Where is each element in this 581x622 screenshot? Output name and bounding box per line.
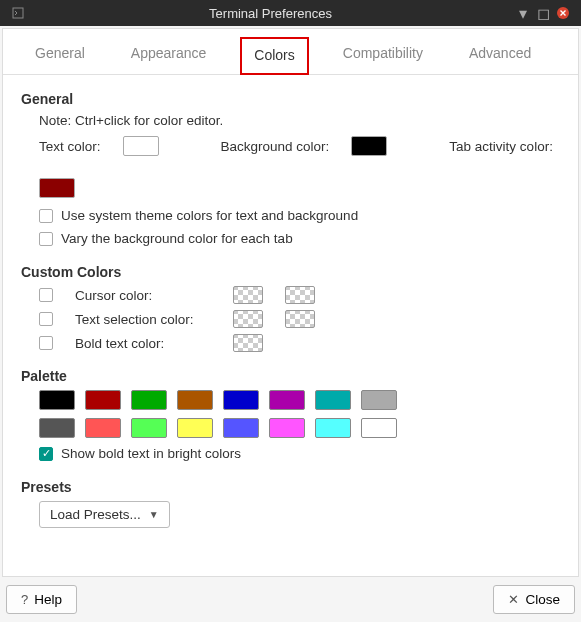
selection-color-bg-swatch[interactable] bbox=[285, 310, 315, 328]
palette-color-0-2[interactable] bbox=[131, 390, 167, 410]
tab-activity-color-label: Tab activity color: bbox=[449, 139, 553, 154]
palette-color-1-2[interactable] bbox=[131, 418, 167, 438]
load-presets-dropdown[interactable]: Load Presets... ▼ bbox=[39, 501, 170, 528]
app-icon bbox=[11, 6, 25, 20]
section-presets: Presets bbox=[21, 479, 560, 495]
palette-color-0-3[interactable] bbox=[177, 390, 213, 410]
close-x-icon: ✕ bbox=[508, 592, 519, 607]
palette-row-2 bbox=[39, 418, 560, 438]
vary-background-checkbox[interactable] bbox=[39, 232, 53, 246]
selection-color-row: Text selection color: bbox=[39, 310, 560, 328]
background-color-swatch[interactable] bbox=[351, 136, 387, 156]
section-custom-colors: Custom Colors bbox=[21, 264, 560, 280]
maximize-icon[interactable]: ◻ bbox=[536, 6, 550, 20]
text-color-swatch[interactable] bbox=[123, 136, 159, 156]
selection-color-checkbox[interactable] bbox=[39, 312, 53, 326]
palette-color-1-7[interactable] bbox=[361, 418, 397, 438]
color-controls-row: Text color: Background color: Tab activi… bbox=[39, 136, 560, 198]
palette-color-0-5[interactable] bbox=[269, 390, 305, 410]
tabs: General Appearance Colors Compatibility … bbox=[3, 29, 578, 75]
window-title: Terminal Preferences bbox=[28, 6, 513, 21]
palette-color-0-7[interactable] bbox=[361, 390, 397, 410]
use-system-theme-label: Use system theme colors for text and bac… bbox=[61, 208, 358, 223]
main-panel: General Appearance Colors Compatibility … bbox=[2, 28, 579, 577]
minimize-icon[interactable]: ▾ bbox=[516, 6, 530, 20]
palette-color-1-5[interactable] bbox=[269, 418, 305, 438]
selection-color-fg-swatch[interactable] bbox=[233, 310, 263, 328]
close-button-label: Close bbox=[525, 592, 560, 607]
tab-compatibility[interactable]: Compatibility bbox=[331, 37, 435, 74]
bold-color-row: Bold text color: bbox=[39, 334, 560, 352]
use-system-theme-row: Use system theme colors for text and bac… bbox=[39, 208, 560, 223]
svg-rect-0 bbox=[13, 8, 23, 18]
text-color-label: Text color: bbox=[39, 139, 101, 154]
cursor-color-row: Cursor color: bbox=[39, 286, 560, 304]
bold-color-swatch[interactable] bbox=[233, 334, 263, 352]
palette-color-0-0[interactable] bbox=[39, 390, 75, 410]
palette-color-0-1[interactable] bbox=[85, 390, 121, 410]
load-presets-label: Load Presets... bbox=[50, 507, 141, 522]
background-color-label: Background color: bbox=[221, 139, 330, 154]
palette-color-0-4[interactable] bbox=[223, 390, 259, 410]
tab-general[interactable]: General bbox=[23, 37, 97, 74]
palette-row-1 bbox=[39, 390, 560, 410]
tab-content: General Note: Ctrl+click for color edito… bbox=[3, 75, 578, 540]
cursor-color-fg-swatch[interactable] bbox=[233, 286, 263, 304]
palette-color-1-4[interactable] bbox=[223, 418, 259, 438]
cursor-color-checkbox[interactable] bbox=[39, 288, 53, 302]
footer: ? Help ✕ Close bbox=[0, 579, 581, 622]
tab-colors[interactable]: Colors bbox=[240, 37, 308, 75]
show-bold-bright-row: Show bold text in bright colors bbox=[39, 446, 560, 461]
section-palette: Palette bbox=[21, 368, 560, 384]
tab-appearance[interactable]: Appearance bbox=[119, 37, 219, 74]
close-icon[interactable] bbox=[556, 6, 570, 20]
vary-background-row: Vary the background color for each tab bbox=[39, 231, 560, 246]
palette-color-1-3[interactable] bbox=[177, 418, 213, 438]
palette-color-1-6[interactable] bbox=[315, 418, 351, 438]
palette-color-0-6[interactable] bbox=[315, 390, 351, 410]
bold-color-label: Bold text color: bbox=[75, 336, 215, 351]
tab-advanced[interactable]: Advanced bbox=[457, 37, 543, 74]
close-button[interactable]: ✕ Close bbox=[493, 585, 575, 614]
show-bold-bright-checkbox[interactable] bbox=[39, 447, 53, 461]
chevron-down-icon: ▼ bbox=[149, 509, 159, 520]
help-button[interactable]: ? Help bbox=[6, 585, 77, 614]
palette-color-1-1[interactable] bbox=[85, 418, 121, 438]
cursor-color-label: Cursor color: bbox=[75, 288, 215, 303]
palette-color-1-0[interactable] bbox=[39, 418, 75, 438]
titlebar: Terminal Preferences ▾ ◻ bbox=[0, 0, 581, 26]
show-bold-bright-label: Show bold text in bright colors bbox=[61, 446, 241, 461]
general-note: Note: Ctrl+click for color editor. bbox=[39, 113, 560, 128]
section-general: General bbox=[21, 91, 560, 107]
window-content: General Appearance Colors Compatibility … bbox=[0, 26, 581, 622]
use-system-theme-checkbox[interactable] bbox=[39, 209, 53, 223]
help-icon: ? bbox=[21, 592, 28, 607]
selection-color-label: Text selection color: bbox=[75, 312, 215, 327]
tab-activity-color-swatch[interactable] bbox=[39, 178, 75, 198]
help-button-label: Help bbox=[34, 592, 62, 607]
cursor-color-bg-swatch[interactable] bbox=[285, 286, 315, 304]
vary-background-label: Vary the background color for each tab bbox=[61, 231, 293, 246]
bold-color-checkbox[interactable] bbox=[39, 336, 53, 350]
